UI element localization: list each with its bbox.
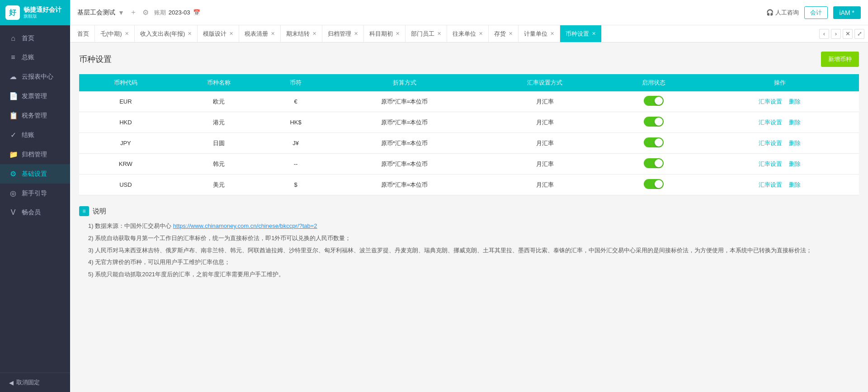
tab-label: 存货: [494, 30, 506, 38]
sidebar-item-label: 基础设置: [22, 170, 47, 178]
cell-status: [607, 175, 700, 195]
toggle-knob: [655, 138, 663, 146]
delete-link[interactable]: 删除: [789, 140, 801, 146]
tab-计量单位[interactable]: 计量单位✕: [519, 25, 560, 43]
delete-link[interactable]: 删除: [789, 181, 801, 188]
col-rate-type: 汇率设置方式: [482, 74, 607, 91]
sidebar-item-结账[interactable]: ✓结账: [0, 125, 70, 145]
tab-close-all-button[interactable]: ✕: [843, 29, 853, 39]
sidebar-item-label: 税务管理: [22, 112, 47, 120]
tab-close-icon[interactable]: ✕: [188, 31, 192, 37]
tab-税表清册[interactable]: 税表清册✕: [239, 25, 281, 43]
rate-settings-link[interactable]: 汇率设置: [759, 140, 782, 146]
delete-link[interactable]: 删除: [789, 161, 801, 167]
sidebar-item-云报表中心[interactable]: ☁云报表中心: [0, 67, 70, 86]
tab-prev-button[interactable]: ‹: [819, 29, 829, 39]
tabs-navigation: ‹ › ✕ ⤢: [819, 29, 866, 39]
sidebar-item-新手引导[interactable]: ◎新手引导: [0, 184, 70, 203]
company-dropdown-icon[interactable]: ▼: [118, 9, 124, 16]
status-toggle[interactable]: [644, 117, 664, 127]
notice-item-1: 1) 数据来源：中国外汇交易中心 https://www.chinamoney.…: [88, 222, 859, 231]
cell-calc: 原币*汇率=本位币: [326, 175, 483, 195]
status-toggle[interactable]: [644, 158, 664, 168]
tab-close-icon[interactable]: ✕: [354, 31, 358, 37]
new-currency-button[interactable]: 新增币种: [821, 52, 859, 67]
tab-币种设置[interactable]: 币种设置✕: [560, 25, 602, 43]
tab-close-icon[interactable]: ✕: [396, 31, 400, 37]
sidebar-item-总账[interactable]: ≡总账: [0, 48, 70, 67]
sidebar-icon: ✓: [9, 131, 17, 139]
cell-calc: 原币*汇率=本位币: [326, 154, 483, 175]
tab-归档管理[interactable]: 归档管理✕: [322, 25, 364, 43]
pin-icon: ◀: [9, 379, 14, 386]
tab-往来单位[interactable]: 往来单位✕: [447, 25, 489, 43]
tab-收入支出表(年报)[interactable]: 收入支出表(年报)✕: [135, 25, 198, 43]
tab-模版设计[interactable]: 模版设计✕: [198, 25, 239, 43]
currency-table: 币种代码 币种名称 币符 折算方式 汇率设置方式 启用状态 操作 EUR 欧元 …: [79, 74, 859, 195]
help-label: 人工咨询: [775, 9, 799, 17]
sidebar-item-发票管理[interactable]: 📄发票管理: [0, 86, 70, 106]
table-body: EUR 欧元 € 原币*汇率=本位币 月汇率 汇率设置 删除 HKD 港元 HK…: [79, 91, 859, 195]
tab-label: 部门员工: [411, 30, 434, 38]
tab-科目期初[interactable]: 科目期初✕: [364, 25, 406, 43]
rate-settings-link[interactable]: 汇率设置: [759, 98, 782, 105]
sidebar-pin-toggle[interactable]: ◀ 取消固定: [0, 373, 70, 392]
tab-close-icon[interactable]: ✕: [271, 31, 275, 37]
tab-expand-button[interactable]: ⤢: [854, 29, 864, 39]
sidebar-item-label: 畅会员: [22, 208, 41, 217]
cell-name: 美元: [172, 175, 265, 195]
delete-link[interactable]: 删除: [789, 119, 801, 126]
table-row: JPY 日圆 J¥ 原币*汇率=本位币 月汇率 汇率设置 删除: [79, 133, 859, 154]
tab-乇(中期)[interactable]: 乇(中期)✕: [95, 25, 135, 43]
delete-link[interactable]: 删除: [789, 98, 801, 105]
tab-部门员工[interactable]: 部门员工✕: [406, 25, 447, 43]
rate-settings-link[interactable]: 汇率设置: [759, 119, 782, 126]
tab-label: 乇(中期): [100, 30, 122, 38]
tab-首页[interactable]: 首页: [72, 25, 95, 43]
tab-close-icon[interactable]: ✕: [479, 31, 483, 37]
sidebar-item-label: 云报表中心: [22, 73, 53, 81]
tab-close-icon[interactable]: ✕: [592, 31, 596, 37]
sidebar-item-归档管理[interactable]: 📁归档管理: [0, 145, 70, 164]
tab-close-icon[interactable]: ✕: [229, 31, 233, 37]
sidebar-item-label: 发票管理: [22, 92, 47, 100]
rate-settings-link[interactable]: 汇率设置: [759, 181, 782, 188]
status-toggle[interactable]: [644, 179, 664, 189]
tab-next-button[interactable]: ›: [831, 29, 841, 39]
sidebar-item-基础设置[interactable]: ⚙基础设置: [0, 164, 70, 184]
period-selector: 账期 2023-03 📅: [154, 9, 200, 17]
sidebar-item-label: 总账: [22, 53, 34, 61]
user-role-button[interactable]: 会计: [804, 6, 828, 19]
tab-close-icon[interactable]: ✕: [509, 31, 513, 37]
sidebar-item-税务管理[interactable]: 📋税务管理: [0, 106, 70, 125]
sidebar-icon: ◎: [9, 189, 17, 198]
notice-item-5: 5) 系统只能自动抓取2021年度后的汇率，之前年度汇率需要用户手工维护。: [88, 270, 859, 279]
tab-close-icon[interactable]: ✕: [312, 31, 316, 37]
tab-close-icon[interactable]: ✕: [125, 31, 129, 37]
add-tab-button[interactable]: ＋: [130, 8, 137, 17]
help-button[interactable]: 🎧 人工咨询: [766, 9, 799, 17]
tab-存货[interactable]: 存货✕: [489, 25, 519, 43]
notice-link[interactable]: https://www.chinamoney.com.cn/chinese/bk…: [173, 222, 317, 229]
sidebar-item-首页[interactable]: ⌂首页: [0, 29, 70, 48]
status-toggle[interactable]: [644, 137, 664, 147]
cell-actions: 汇率设置 删除: [700, 154, 859, 175]
tab-close-icon[interactable]: ✕: [550, 31, 554, 37]
cell-code: KRW: [79, 154, 172, 175]
cell-actions: 汇率设置 删除: [700, 91, 859, 112]
tab-label: 往来单位: [453, 30, 476, 38]
rate-settings-link[interactable]: 汇率设置: [759, 161, 782, 167]
sidebar-item-畅会员[interactable]: V畅会员: [0, 203, 70, 222]
calendar-icon[interactable]: 📅: [193, 9, 200, 16]
app-logo: 好 畅捷通好会计 旗舰版: [0, 0, 70, 25]
cell-symbol: $: [265, 175, 326, 195]
sidebar: 好 畅捷通好会计 旗舰版 ⌂首页≡总账☁云报表中心📄发票管理📋税务管理✓结账📁归…: [0, 0, 70, 392]
cell-rate-type: 月汇率: [482, 133, 607, 154]
status-toggle[interactable]: [644, 96, 664, 106]
tab-期末结转[interactable]: 期末结转✕: [281, 25, 322, 43]
settings-icon[interactable]: ⚙: [142, 8, 149, 17]
iam-button[interactable]: iAM *: [833, 6, 861, 19]
logo-text-group: 畅捷通好会计 旗舰版: [24, 6, 61, 20]
tab-close-icon[interactable]: ✕: [437, 31, 441, 37]
cell-code: USD: [79, 175, 172, 195]
